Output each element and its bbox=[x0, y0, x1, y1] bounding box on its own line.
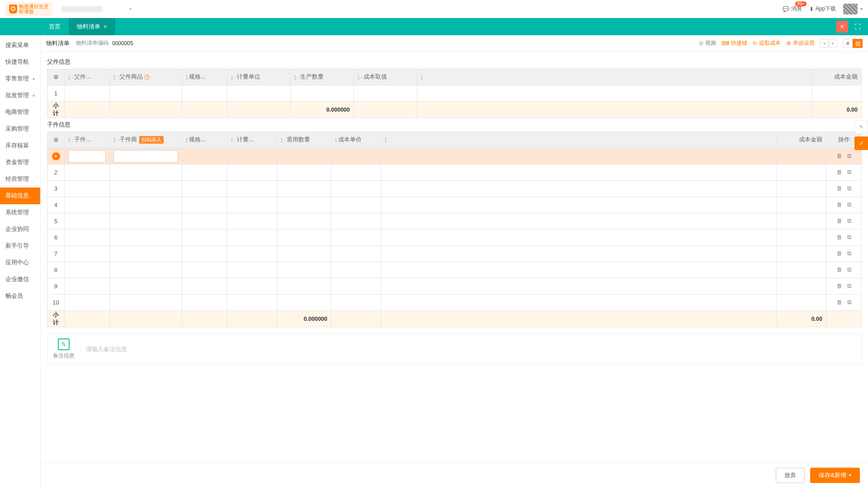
copy-icon[interactable]: ⧉ bbox=[847, 169, 851, 176]
child-product-input[interactable] bbox=[113, 150, 178, 163]
col-parent-amt[interactable]: 成本金额 bbox=[812, 69, 862, 85]
copy-icon[interactable]: ⧉ bbox=[847, 283, 851, 290]
sidebar-item-7[interactable]: 资金管理 bbox=[0, 154, 40, 171]
shortcut-keys[interactable]: ⌨快捷键 bbox=[722, 39, 747, 47]
save-and-new-button[interactable]: 保存&新增▾ bbox=[810, 468, 860, 483]
company-name-placeholder bbox=[61, 6, 102, 12]
sidebar-item-4[interactable]: 电商管理 bbox=[0, 104, 40, 121]
messages-link[interactable]: 💬 消息 99+ bbox=[783, 5, 802, 13]
col-child-unit[interactable]: ▴▾·计量... bbox=[227, 132, 277, 148]
copy-icon[interactable]: ⧉ bbox=[847, 153, 851, 160]
column-settings[interactable]: ⚙ bbox=[47, 132, 65, 148]
copy-icon[interactable]: ⧉ bbox=[847, 299, 851, 306]
subtotal-qty: 0.000000 bbox=[277, 311, 331, 327]
delete-icon[interactable]: 🗑 bbox=[837, 234, 843, 241]
fullscreen-toggle[interactable]: ⛶ bbox=[852, 21, 863, 33]
avatar[interactable] bbox=[843, 4, 858, 14]
download-icon: ⬇ bbox=[809, 6, 814, 12]
copy-icon[interactable]: ⧉ bbox=[847, 267, 851, 273]
chevron-down-icon[interactable]: ▾ bbox=[860, 6, 863, 11]
tab-home[interactable]: 首页 bbox=[41, 18, 69, 35]
doc-settings[interactable]: ⚙单据设置 bbox=[786, 39, 815, 47]
sidebar-item-6[interactable]: 库存核算 bbox=[0, 137, 40, 154]
sidebar-item-12[interactable]: 新手引导 bbox=[0, 238, 40, 254]
sidebar-item-2[interactable]: 零售管理▾ bbox=[0, 70, 40, 87]
rail-edit[interactable]: ✎ bbox=[854, 120, 868, 134]
child-row[interactable]: 9🗑⧉ bbox=[47, 278, 862, 295]
sidebar-item-10[interactable]: 系统管理 bbox=[0, 204, 40, 221]
sidebar-item-11[interactable]: 企业协同 bbox=[0, 221, 40, 238]
child-row[interactable]: 6🗑⧉ bbox=[47, 230, 862, 246]
col-parent-product[interactable]: ▴▾·父件商品? bbox=[110, 69, 182, 85]
list-icon: ≡ bbox=[846, 40, 849, 47]
view-toggle: ≡ ▤ bbox=[843, 39, 863, 48]
delete-icon[interactable]: 🗑 bbox=[837, 202, 843, 208]
child-code-input[interactable] bbox=[68, 150, 106, 163]
sidebar-item-3[interactable]: 批发管理▾ bbox=[0, 87, 40, 104]
help-icon[interactable]: ? bbox=[144, 75, 150, 80]
col-parent-spec[interactable]: ▴▾规格... bbox=[182, 69, 227, 85]
child-row[interactable]: 4🗑⧉ bbox=[47, 197, 862, 213]
copy-icon[interactable]: ⧉ bbox=[847, 250, 851, 257]
close-all-tabs[interactable]: ✕ bbox=[836, 21, 848, 33]
child-row[interactable]: 5🗑⧉ bbox=[47, 213, 862, 230]
child-row[interactable]: 3🗑⧉ bbox=[47, 181, 862, 197]
add-row-button[interactable]: + bbox=[52, 152, 60, 160]
sidebar-item-1[interactable]: 快捷导航 bbox=[0, 54, 40, 70]
col-child-code[interactable]: ▴▾·子件... bbox=[65, 132, 110, 148]
rail-expand[interactable]: ⤢ bbox=[854, 136, 868, 150]
remark-section: ✎ 备注信息 bbox=[47, 333, 862, 365]
sidebar-item-13[interactable]: 应用中心 bbox=[0, 254, 40, 271]
row-number: 4 bbox=[47, 197, 65, 213]
video-help[interactable]: ⊙视频 bbox=[699, 39, 716, 47]
delete-icon[interactable]: 🗑 bbox=[837, 250, 843, 257]
cancel-button[interactable]: 放弃 bbox=[776, 468, 805, 483]
child-row[interactable]: 8🗑⧉ bbox=[47, 262, 862, 278]
col-child-amt[interactable]: 成本金额 bbox=[777, 132, 826, 148]
sidebar-item-5[interactable]: 采购管理 bbox=[0, 121, 40, 137]
delete-icon[interactable]: 🗑 bbox=[837, 283, 843, 290]
col-parent-qty[interactable]: ▴▾·生产数量 bbox=[291, 69, 354, 85]
col-parent-unit[interactable]: ▴▾·计量单位 bbox=[227, 69, 291, 85]
close-icon[interactable]: ✕ bbox=[103, 24, 107, 30]
child-row[interactable]: 2🗑⧉ bbox=[47, 164, 862, 181]
app-download-link[interactable]: ⬇ App下载 bbox=[809, 5, 836, 13]
pager-next[interactable]: ▸ bbox=[829, 39, 837, 47]
col-child-spec[interactable]: ▴▾规格... bbox=[182, 132, 227, 148]
copy-icon[interactable]: ⧉ bbox=[847, 202, 851, 208]
sidebar-item-15[interactable]: 畅会员 bbox=[0, 288, 40, 305]
col-child-price[interactable]: ▴▾成本单价 bbox=[331, 132, 381, 148]
col-parent-code[interactable]: ▴▾·父件... bbox=[65, 69, 110, 85]
pager-prev[interactable]: ◂ bbox=[820, 39, 828, 47]
delete-icon[interactable]: 🗑 bbox=[837, 299, 843, 306]
scan-entry-badge[interactable]: 扫码录入 bbox=[139, 136, 164, 144]
col-parent-costsrc[interactable]: ▴▾·成本取值 bbox=[354, 69, 417, 85]
extract-cost[interactable]: ↻提取成本 bbox=[753, 39, 781, 47]
company-selector[interactable]: ▾ bbox=[61, 6, 132, 12]
copy-icon[interactable]: ⧉ bbox=[847, 185, 851, 192]
delete-icon[interactable]: 🗑 bbox=[837, 218, 843, 225]
delete-icon[interactable]: 🗑 bbox=[837, 185, 843, 192]
child-row-active[interactable]: + 🗑⧉ bbox=[47, 148, 862, 164]
delete-icon[interactable]: 🗑 bbox=[837, 169, 843, 176]
copy-icon[interactable]: ⧉ bbox=[847, 218, 851, 225]
sidebar-item-0[interactable]: 搜索菜单 bbox=[0, 37, 40, 54]
view-form[interactable]: ▤ bbox=[853, 39, 863, 48]
delete-icon[interactable]: 🗑 bbox=[837, 267, 843, 273]
tab-bom[interactable]: 物料清单 ✕ bbox=[69, 18, 115, 35]
col-child-qty[interactable]: ▴▾·需用数量 bbox=[277, 132, 331, 148]
col-child-product[interactable]: ▴▾·子件商扫码录入 bbox=[110, 132, 182, 148]
child-row[interactable]: 7🗑⧉ bbox=[47, 246, 862, 262]
view-list[interactable]: ≡ bbox=[843, 39, 853, 48]
remark-input[interactable] bbox=[81, 342, 856, 356]
sidebar-item-9[interactable]: 基础信息 bbox=[0, 188, 40, 204]
parent-row[interactable]: 1 bbox=[47, 85, 862, 102]
child-row[interactable]: 10🗑⧉ bbox=[47, 295, 862, 311]
sidebar-item-14[interactable]: 企业微信 bbox=[0, 271, 40, 288]
delete-icon[interactable]: 🗑 bbox=[837, 153, 843, 160]
copy-icon[interactable]: ⧉ bbox=[847, 234, 851, 241]
sidebar-item-label: 畅会员 bbox=[5, 292, 23, 300]
column-settings[interactable]: ⚙ bbox=[47, 69, 65, 85]
sidebar-item-label: 系统管理 bbox=[5, 209, 29, 216]
sidebar-item-8[interactable]: 经营管理 bbox=[0, 171, 40, 188]
